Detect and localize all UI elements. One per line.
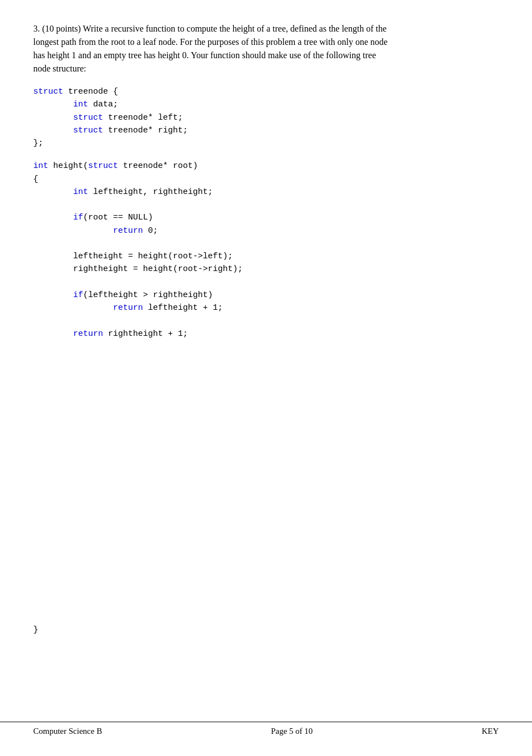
function-body-blank11 <box>33 417 499 430</box>
function-body-blank9 <box>33 392 499 405</box>
function-body-blank15 <box>33 469 499 482</box>
function-body-blank6 <box>33 353 499 366</box>
function-open: { <box>33 173 499 186</box>
struct-line-4: }; <box>33 137 499 150</box>
function-body-blank2 <box>33 237 499 250</box>
function-code-block: int height(struct treenode* root) { int … <box>33 160 499 636</box>
function-body-blank7 <box>33 366 499 379</box>
function-body-0: int leftheight, rightheight; <box>33 186 499 198</box>
struct-code-block: struct treenode { int data; struct treen… <box>33 85 499 150</box>
question-points: (10 points) <box>42 24 81 33</box>
function-body-blank4 <box>33 314 499 327</box>
function-body-blank25 <box>33 598 499 611</box>
function-body-blank14 <box>33 456 499 469</box>
function-body-blank23 <box>33 572 499 585</box>
function-body-blank10 <box>33 405 499 417</box>
question-line5: Your function should make use of the fol… <box>191 50 376 60</box>
function-body-blank19 <box>33 520 499 533</box>
struct-line-0: struct treenode { <box>33 85 499 98</box>
function-body-blank18 <box>33 508 499 520</box>
page: 3. (10 points) Write a recursive functio… <box>0 0 532 756</box>
function-body-5: if(leftheight > rightheight) <box>33 289 499 302</box>
question-line3: For the purposes of this problem a tree … <box>180 37 388 47</box>
function-body-blank21 <box>33 546 499 559</box>
function-signature: int height(struct treenode* root) <box>33 160 499 172</box>
question-line4: has height 1 and an empty tree has heigh… <box>33 50 189 60</box>
question-line1: Write a recursive function to compute th… <box>83 24 387 33</box>
function-body-blank3 <box>33 276 499 289</box>
footer: Computer Science B Page 5 of 10 KEY <box>0 722 532 736</box>
struct-line-3: struct treenode* right; <box>33 124 499 137</box>
function-body-6: return leftheight + 1; <box>33 302 499 314</box>
function-body-7: return rightheight + 1; <box>33 328 499 340</box>
function-body-blank13 <box>33 443 499 456</box>
function-body-blank17 <box>33 495 499 508</box>
function-body-blank1 <box>33 198 499 211</box>
function-body-blank24 <box>33 585 499 598</box>
footer-page: Page 5 of 10 <box>271 727 313 736</box>
question-line2: longest path from the root to a leaf nod… <box>33 37 178 47</box>
function-body-4: rightheight = height(root->right); <box>33 263 499 275</box>
function-body-2: return 0; <box>33 224 499 237</box>
function-body-blank5 <box>33 340 499 353</box>
function-body-blank8 <box>33 379 499 392</box>
function-body-blank16 <box>33 482 499 495</box>
function-body-blank26 <box>33 611 499 624</box>
question-number: 3. <box>33 24 40 33</box>
question-text: 3. (10 points) Write a recursive functio… <box>33 22 499 75</box>
struct-line-1: int data; <box>33 98 499 111</box>
function-body-3: leftheight = height(root->left); <box>33 250 499 263</box>
function-body-blank22 <box>33 559 499 572</box>
function-body-blank12 <box>33 431 499 443</box>
footer-key: KEY <box>482 727 499 736</box>
function-body-1: if(root == NULL) <box>33 211 499 224</box>
struct-line-2: struct treenode* left; <box>33 111 499 124</box>
function-body-blank20 <box>33 534 499 546</box>
function-close: } <box>33 624 499 636</box>
question-line6: node structure: <box>33 64 86 73</box>
footer-course: Computer Science B <box>33 727 102 736</box>
